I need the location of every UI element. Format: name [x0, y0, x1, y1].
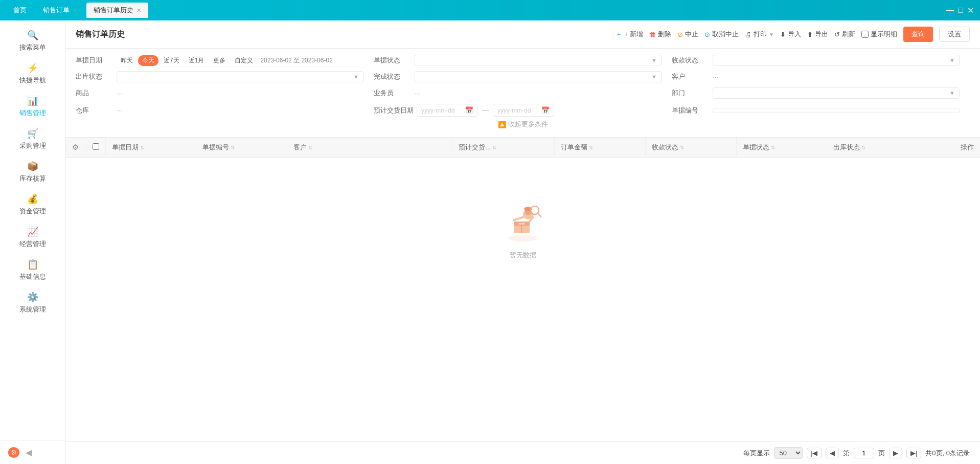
- svg-line-12: [537, 213, 541, 217]
- sidebar-item-sys-mgmt[interactable]: ⚙️ 系统管理: [0, 286, 65, 319]
- department-label: 部门: [672, 89, 713, 98]
- sidebar-settings-icon[interactable]: ⚙: [8, 447, 19, 458]
- delivery-date-from-input[interactable]: yyyy-mm-dd 📅: [417, 104, 478, 117]
- empty-state: 暂无数据: [65, 158, 980, 301]
- sidebar-item-search-menu[interactable]: 🔍 搜索菜单: [0, 25, 65, 57]
- warehouse-more-btn[interactable]: ···: [117, 106, 122, 114]
- stop-button[interactable]: ⊘ 中止: [677, 30, 698, 39]
- print-button[interactable]: 🖨 打印 ▼: [745, 30, 774, 39]
- sort-receipt-icon[interactable]: ⇅: [680, 145, 684, 150]
- sidebar-item-sales-mgmt[interactable]: 📊 销售管理: [0, 90, 65, 123]
- customer-more-btn[interactable]: ···: [713, 73, 718, 81]
- date-btn-7days[interactable]: 近7天: [159, 55, 184, 66]
- product-label: 商品: [76, 89, 117, 98]
- sort-date-icon[interactable]: ⇅: [140, 145, 144, 150]
- completion-select[interactable]: ▼: [415, 71, 662, 82]
- show-detail-toggle[interactable]: 显示明细: [861, 30, 897, 39]
- sidebar-item-inventory[interactable]: 📦 库存核算: [0, 156, 65, 188]
- date-btn-1month[interactable]: 近1月: [185, 55, 209, 66]
- th-date: 单据日期 ⇅: [105, 138, 196, 158]
- filter-cell-order-no: 单据编号: [672, 104, 970, 117]
- date-btn-yesterday[interactable]: 昨天: [117, 55, 137, 66]
- sidebar-item-operations[interactable]: 📈 经营管理: [0, 221, 65, 254]
- main-layout: 🔍 搜索菜单 ⚡ 快捷导航 📊 销售管理 🛒 采购管理 📦 库存核算 💰 资金管…: [0, 20, 980, 464]
- import-button[interactable]: ⬇ 导入: [780, 30, 801, 39]
- sort-amount-icon[interactable]: ⇅: [589, 145, 593, 150]
- toolbar: ＋ + 新增 🗑 删除 ⊘ 中止 ⊙ 取消中止: [616, 27, 970, 42]
- query-button[interactable]: 查询: [903, 27, 933, 42]
- empty-illustration: [497, 198, 549, 245]
- page-input[interactable]: [854, 448, 874, 458]
- data-table: ⚙ 单据日期 ⇅ 单据编号: [65, 138, 980, 158]
- delivery-date-to-input[interactable]: yyyy-mm-dd 📅: [493, 104, 554, 117]
- top-bar-right: — □ ✕: [946, 6, 974, 15]
- sidebar-item-quick-nav[interactable]: ⚡ 快捷导航: [0, 57, 65, 90]
- first-page-button[interactable]: |◀: [807, 448, 822, 458]
- sidebar-item-capital-mgmt[interactable]: 💰 资金管理: [0, 188, 65, 221]
- cancel-stop-button[interactable]: ⊙ 取消中止: [704, 30, 739, 39]
- filter-cell-product: 商品 ···: [76, 87, 374, 99]
- filter-cell-outbound: 出库状态 ▼: [76, 71, 374, 82]
- sort-no-icon[interactable]: ⇅: [231, 145, 235, 150]
- sort-order-status-icon[interactable]: ⇅: [771, 145, 775, 150]
- refresh-button[interactable]: ↺ 刷新: [834, 30, 855, 39]
- date-btn-today[interactable]: 今天: [138, 55, 158, 66]
- tab-sales-order[interactable]: 销售订单 ✕: [36, 3, 84, 18]
- sort-outbound-icon[interactable]: ⇅: [861, 145, 865, 150]
- date-separator: —: [482, 106, 489, 114]
- sidebar-item-purchase-mgmt[interactable]: 🛒 采购管理: [0, 123, 65, 156]
- last-page-button[interactable]: ▶|: [906, 448, 921, 458]
- sidebar: 🔍 搜索菜单 ⚡ 快捷导航 📊 销售管理 🛒 采购管理 📦 库存核算 💰 资金管…: [0, 20, 65, 464]
- svg-point-0: [508, 235, 537, 241]
- minimize-icon[interactable]: —: [946, 6, 954, 15]
- sort-customer-icon[interactable]: ⇅: [308, 145, 312, 150]
- filter-row-2: 出库状态 ▼ 完成状态 ▼ 客户 ···: [76, 71, 970, 82]
- order-no-input[interactable]: [713, 108, 960, 113]
- sidebar-item-basic-info[interactable]: 📋 基础信息: [0, 254, 65, 286]
- operations-icon: 📈: [27, 226, 38, 237]
- collapse-bar[interactable]: 🔼 收起更多条件: [76, 117, 970, 131]
- filter-cell-customer: 客户 ···: [672, 71, 970, 82]
- sys-mgmt-icon: ⚙️: [27, 292, 38, 303]
- sales-mgmt-icon: 📊: [27, 95, 38, 106]
- prev-page-button[interactable]: ◀: [826, 448, 839, 458]
- order-status-select[interactable]: ▼: [415, 55, 662, 66]
- delete-button[interactable]: 🗑 删除: [649, 30, 671, 39]
- quick-nav-icon: ⚡: [27, 62, 38, 74]
- select-all-checkbox[interactable]: [93, 143, 99, 150]
- add-button[interactable]: ＋ + 新增: [616, 30, 643, 39]
- table-area: ⚙ 单据日期 ⇅ 单据编号: [65, 138, 980, 441]
- salesperson-more-btn[interactable]: ···: [415, 90, 420, 97]
- completion-arrow-icon: ▼: [651, 74, 657, 80]
- settings-button[interactable]: 设置: [939, 27, 970, 42]
- th-receipt-status: 收款状态 ⇅: [645, 138, 736, 158]
- tab-sales-history[interactable]: 销售订单历史 ✕: [86, 3, 148, 18]
- export-button[interactable]: ⬆ 导出: [807, 30, 828, 39]
- sidebar-collapse-icon[interactable]: ◀: [26, 448, 32, 457]
- date-btn-custom[interactable]: 自定义: [231, 55, 257, 66]
- completion-label: 完成状态: [374, 72, 415, 81]
- svg-point-13: [532, 208, 536, 211]
- filter-cell-order-status: 单据状态 ▼: [374, 55, 672, 66]
- window-close-icon[interactable]: ✕: [967, 6, 974, 15]
- sort-delivery-icon[interactable]: ⇅: [492, 145, 496, 150]
- close-sales-history-icon[interactable]: ✕: [136, 7, 141, 14]
- filter-area: 单据日期 昨天 今天 近7天 近1月 更多 自定义 2023-06-02 至 2…: [65, 49, 980, 138]
- product-more-btn[interactable]: ···: [117, 90, 122, 97]
- tab-home[interactable]: 首页: [6, 3, 34, 18]
- show-detail-checkbox[interactable]: [861, 31, 869, 38]
- next-page-button[interactable]: ▶: [889, 448, 902, 458]
- close-sales-order-icon[interactable]: ✕: [73, 7, 77, 14]
- order-status-arrow-icon: ▼: [651, 57, 657, 63]
- outbound-select[interactable]: ▼: [117, 71, 363, 82]
- table-gear-icon[interactable]: ⚙: [72, 143, 79, 151]
- cancel-stop-icon: ⊙: [704, 31, 710, 38]
- per-page-select[interactable]: 50 10 20 100: [774, 447, 803, 459]
- receipt-status-select[interactable]: ▼: [713, 55, 960, 66]
- th-order-status: 单据状态 ⇅: [736, 138, 827, 158]
- date-btn-more[interactable]: 更多: [209, 55, 230, 66]
- delete-icon: 🗑: [649, 31, 656, 38]
- total-text: 共0页, 0条记录: [925, 449, 970, 458]
- maximize-icon[interactable]: □: [958, 6, 963, 15]
- department-select[interactable]: ▼: [713, 87, 960, 99]
